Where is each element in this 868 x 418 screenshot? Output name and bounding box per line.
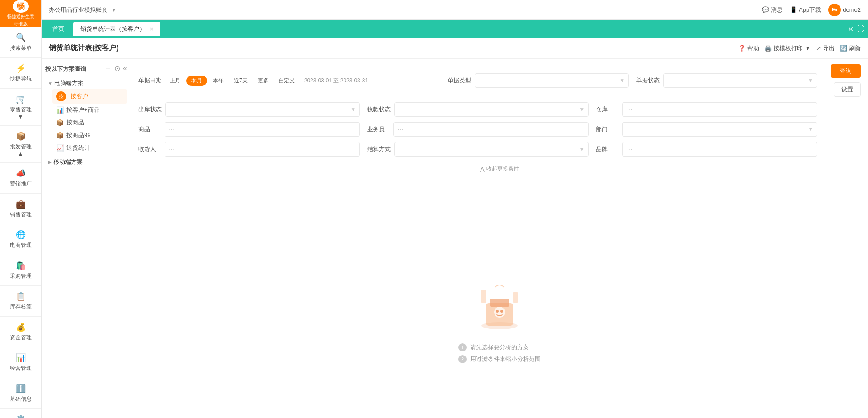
- scheme-item-by-product[interactable]: 📦 按商品: [52, 116, 127, 129]
- out-status-select[interactable]: ▼: [165, 102, 360, 117]
- sidebar-item-purchase-label: 采购管理: [2, 272, 40, 280]
- window-maximize-icon[interactable]: ⛶: [857, 25, 864, 33]
- department-select[interactable]: ▼: [622, 122, 817, 137]
- date-btn-this-month[interactable]: 本月: [186, 76, 207, 86]
- sidebar-item-marketing[interactable]: 📣 营销推广: [0, 163, 42, 194]
- settings-button[interactable]: 设置: [834, 82, 861, 97]
- tab-sales-stats-label: 销货单统计表（按客户）: [80, 25, 145, 33]
- sidebar-item-quick-nav[interactable]: ⚡ 快捷导航: [0, 58, 42, 89]
- page-title: 销货单统计表(按客户): [49, 43, 119, 53]
- sidebar-item-purchase[interactable]: 🛍️ 采购管理: [0, 255, 42, 286]
- product-99-icon: 📦: [56, 132, 64, 139]
- tip-text-2: 用过滤条件来缩小分析范围: [470, 355, 541, 363]
- desktop-group-header[interactable]: ▼ 电脑端方案: [45, 77, 127, 89]
- message-label: 消息: [771, 6, 783, 14]
- collapse-bar[interactable]: ⋀ 收起更多条件: [138, 162, 861, 176]
- sidebar-item-finance[interactable]: 💰 资金管理: [0, 317, 42, 347]
- sidebar-item-sales[interactable]: 💼 销售管理: [0, 194, 42, 224]
- tab-close-icon[interactable]: ×: [150, 25, 153, 33]
- scheme-item-by-customer[interactable]: 按 按客户: [52, 89, 127, 104]
- salesperson-dots: ···: [397, 125, 403, 133]
- sidebar: 畅 畅捷通好生意 标准版 🔍 搜索菜单 ⚡ 快捷导航 🛒 零售管理 ▼ 📦 批发…: [0, 0, 42, 418]
- export-button[interactable]: ↗ 导出: [816, 44, 835, 52]
- scheme-panel: 按以下方案查询 ＋ ⊙ « ▼ 电脑端方案: [42, 59, 131, 418]
- export-icon: ↗: [816, 45, 821, 52]
- marketing-icon: 📣: [2, 168, 40, 178]
- avatar: Ea: [828, 4, 841, 16]
- page-actions: ❓ 帮助 🖨️ 按模板打印 ▼ ↗ 导出 🔄 刷新: [738, 44, 861, 52]
- salesperson-select[interactable]: ···: [393, 122, 589, 137]
- date-btn-last-month[interactable]: 上月: [165, 76, 184, 86]
- sidebar-item-basic-info-label: 基础信息: [2, 395, 40, 403]
- scheme-header-title: 按以下方案查询: [45, 65, 86, 73]
- empty-tips: 1 请先选择要分析的方案 2 用过滤条件来缩小分析范围: [458, 343, 541, 363]
- collapse-scheme-icon[interactable]: «: [123, 64, 127, 74]
- sidebar-item-search[interactable]: 🔍 搜索菜单: [0, 27, 42, 58]
- empty-tip-2: 2 用过滤条件来缩小分析范围: [458, 355, 541, 363]
- scheme-item-by-product-99[interactable]: 📦 按商品99: [52, 129, 127, 142]
- query-button[interactable]: 查询: [831, 64, 861, 78]
- collect-status-label: 收款状态: [367, 105, 391, 114]
- svg-point-4: [496, 310, 499, 313]
- warehouse-select[interactable]: ···: [622, 102, 817, 117]
- header-dropdown-arrow[interactable]: ▼: [111, 7, 117, 13]
- message-icon: 💬: [762, 6, 769, 13]
- tab-maximize-area: ✕ ⛶: [848, 25, 864, 33]
- sidebar-item-operations[interactable]: 📊 经营管理: [0, 347, 42, 378]
- return-stats-icon: 📈: [56, 144, 64, 152]
- print-icon: 🖨️: [764, 45, 772, 52]
- brand-dots: ···: [626, 145, 632, 153]
- user-info[interactable]: Ea demo2: [828, 4, 861, 16]
- tab-home[interactable]: 首页: [45, 22, 71, 36]
- purchase-icon: 🛍️: [2, 261, 40, 271]
- scheme-item-by-customer-product[interactable]: 📊 按客户+商品: [52, 104, 127, 116]
- help-button[interactable]: ❓ 帮助: [738, 44, 759, 52]
- consignee-dots: ···: [169, 145, 175, 153]
- sidebar-item-basic-info[interactable]: ℹ️ 基础信息: [0, 378, 42, 409]
- tip-num-1: 1: [458, 343, 467, 352]
- window-close-icon[interactable]: ✕: [848, 25, 854, 33]
- add-scheme-icon[interactable]: ＋: [104, 64, 112, 74]
- consignee-select[interactable]: ···: [165, 142, 360, 157]
- mobile-group-header[interactable]: ▶ 移动端方案: [45, 156, 127, 168]
- top-header: 办公用品行业模拟账套 ▼ 💬 消息 📱 App下载 Ea demo2: [42, 0, 868, 20]
- date-btn-custom[interactable]: 自定义: [274, 76, 299, 86]
- collect-status-select[interactable]: ▼: [394, 102, 589, 117]
- product-select[interactable]: ···: [165, 122, 360, 137]
- scheme-item-return-stats[interactable]: 📈 退货统计: [52, 142, 127, 154]
- date-btn-last-7-days[interactable]: 近7天: [230, 76, 252, 86]
- sidebar-item-system[interactable]: ⚙️ 系统管理: [0, 409, 42, 418]
- svg-rect-7: [513, 292, 518, 303]
- logo[interactable]: 畅 畅捷通好生意 标准版: [0, 0, 42, 27]
- doc-type-label: 单据类型: [448, 76, 471, 85]
- tab-sales-stats[interactable]: 销货单统计表（按客户） ×: [73, 22, 160, 36]
- sidebar-item-ecommerce-label: 电商管理: [2, 242, 40, 249]
- template-print-button[interactable]: 🖨️ 按模板打印 ▼: [764, 44, 811, 52]
- doc-status-select[interactable]: ▼: [663, 73, 817, 88]
- wholesale-icon: 📦: [2, 131, 40, 141]
- logo-subtitle: 标准版: [14, 21, 28, 27]
- date-btn-this-year[interactable]: 本年: [209, 76, 228, 86]
- date-buttons: 上月 本月 本年 近7天 更多 自定义 2023-03-01 至 2023-03…: [165, 76, 368, 86]
- brand-select[interactable]: ···: [622, 142, 817, 157]
- customer-product-icon: 📊: [56, 106, 64, 114]
- sidebar-item-ecommerce[interactable]: 🌐 电商管理: [0, 224, 42, 255]
- app-download-button[interactable]: 📱 App下载: [790, 6, 821, 14]
- message-button[interactable]: 💬 消息: [762, 6, 783, 14]
- settings-scheme-icon[interactable]: ⊙: [114, 64, 120, 74]
- collapse-up-icon: ⋀: [480, 166, 485, 172]
- department-arrow: ▼: [808, 126, 813, 133]
- payment-method-select[interactable]: ▼: [394, 142, 589, 157]
- empty-state: 1 请先选择要分析的方案 2 用过滤条件来缩小分析范围: [131, 226, 868, 418]
- sidebar-item-retail[interactable]: 🛒 零售管理 ▼: [0, 89, 42, 126]
- scheme-item-by-product-99-label: 按商品99: [66, 131, 90, 139]
- sidebar-item-wholesale[interactable]: 📦 批发管理 ▲: [0, 126, 42, 163]
- filter-consignee: 收货人 ···: [138, 142, 360, 157]
- collapse-label: 收起更多条件: [486, 165, 519, 173]
- sidebar-item-inventory[interactable]: 📋 库存核算: [0, 286, 42, 317]
- refresh-button[interactable]: 🔄 刷新: [840, 44, 861, 52]
- doc-type-select[interactable]: ▼: [475, 73, 629, 88]
- filter-warehouse: 仓库 ···: [596, 102, 817, 117]
- date-btn-more[interactable]: 更多: [254, 76, 273, 86]
- sales-icon: 💼: [2, 199, 40, 209]
